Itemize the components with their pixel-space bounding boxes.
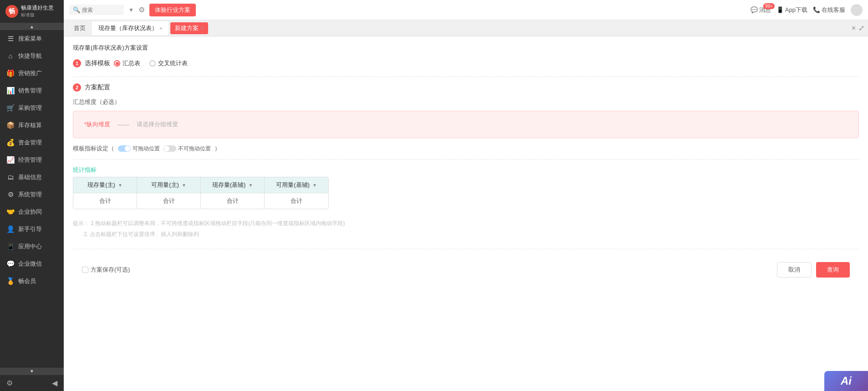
sidebar-logo-badge: 标准版 (21, 12, 54, 18)
dimension-box[interactable]: *纵向维度 —— 请选择分组维度 (73, 111, 859, 138)
divider2 (73, 159, 859, 159)
radio-summary[interactable]: 汇总表 (114, 59, 140, 67)
sidebar-item-label: 应用中心 (18, 242, 42, 251)
step1-badge: 1 (73, 59, 81, 67)
col-header-1[interactable]: 可用量(主) ▼ (137, 177, 201, 193)
sidebar-scroll-up[interactable]: ▲ (0, 23, 64, 30)
search-menu-icon: ☰ (6, 35, 15, 43)
sidebar-item-sales[interactable]: 📊 销售管理 (0, 82, 64, 99)
tab-new-close[interactable]: × (200, 26, 203, 31)
toggle-draggable: 可拖动位置 (118, 145, 160, 153)
radio-summary-circle (114, 60, 120, 67)
toggle-not-draggable-box[interactable] (163, 145, 176, 152)
sidebar-scroll-down[interactable]: ▼ (0, 368, 64, 375)
service-icon: 📞 (813, 6, 820, 13)
topbar-avatar[interactable] (851, 4, 863, 16)
window-close-icon[interactable]: × (852, 24, 856, 32)
sidebar-item-basic-info[interactable]: 🗂 基础信息 (0, 169, 64, 186)
topbar-search-box[interactable]: 🔍 (69, 5, 124, 15)
industry-btn[interactable]: 体验行业方案 (149, 4, 196, 16)
chevron-down-icon-1: ▼ (182, 183, 186, 188)
sidebar-item-marketing[interactable]: 🎁 营销推广 (0, 65, 64, 82)
sidebar-item-search-menu[interactable]: ☰ 搜索菜单 (0, 30, 64, 47)
metrics-label: 模板指标设定（ 可拖动位置 不可拖动位置 ） (73, 144, 859, 153)
tab-inventory[interactable]: 现存量（库存状况表） × (92, 21, 168, 35)
sidebar-item-new-guide[interactable]: 👤 新手引导 (0, 221, 64, 238)
tab-inventory-close[interactable]: × (159, 26, 162, 31)
tips-area: 提示： 1.拖动标题栏可以调整布局，不可跨维度或指标区域拖动栏目字段(只能在同一… (73, 218, 859, 240)
footer-buttons: 取消 查询 (777, 262, 850, 278)
col-body-0: 合计 (73, 193, 137, 209)
query-button[interactable]: 查询 (816, 262, 850, 278)
sidebar-item-label: 资金管理 (18, 139, 42, 147)
dim-dash: —— (117, 121, 129, 128)
col-header-3[interactable]: 可用量(基辅) ▼ (265, 177, 328, 193)
col-body-2: 合计 (201, 193, 265, 209)
topbar: 🔍 ▼ ⚙ 体验行业方案 💬 消息 99+ 📱 App下载 📞 在线客服 (64, 0, 868, 20)
content-area: 现存量(库存状况表)方案设置 1 选择模板 汇总表 交叉统计表 (64, 36, 868, 391)
chevron-down-icon-3: ▼ (312, 183, 317, 188)
col-header-0[interactable]: 现存量(主) ▼ (73, 177, 137, 193)
sidebar-item-operations[interactable]: 📈 经营管理 (0, 151, 64, 169)
ai-badge[interactable]: Ai (824, 371, 868, 391)
tab-new-scheme[interactable]: 新建方案 × (170, 22, 208, 34)
sales-icon: 📊 (6, 87, 15, 95)
chevron-down-icon-2: ▼ (248, 183, 253, 188)
message-badge: 99+ (763, 3, 775, 9)
section2-header: 2 方案配置 (73, 83, 859, 92)
cancel-button[interactable]: 取消 (777, 262, 812, 278)
save-checkbox[interactable] (82, 267, 88, 273)
sidebar-item-system[interactable]: ⚙ 系统管理 (0, 186, 64, 203)
topbar-message[interactable]: 💬 消息 99+ (751, 6, 771, 14)
chevron-down-icon-0: ▼ (118, 183, 123, 188)
dim-label: 汇总维度（必选） (73, 98, 859, 106)
sidebar-item-label: 营销推广 (18, 69, 42, 77)
toggle-draggable-box[interactable] (118, 145, 131, 152)
sidebar-item-label: 采购管理 (18, 104, 42, 112)
step2-badge: 2 (73, 83, 81, 92)
window-expand-icon[interactable]: ⤢ (858, 24, 864, 32)
tab-home[interactable]: 首页 (67, 21, 92, 35)
sidebar-item-label: 库存核算 (18, 121, 42, 129)
page-title: 现存量(库存状况表)方案设置 (73, 44, 859, 52)
sidebar-menu: ☰ 搜索菜单 ⌂ 快捷导航 🎁 营销推广 📊 销售管理 🛒 采购管理 📦 库存核… (0, 30, 64, 368)
sidebar-item-app-center[interactable]: 📱 应用中心 (0, 238, 64, 255)
search-input[interactable] (82, 7, 118, 13)
sidebar-logo-text: 畅康通好生意 (21, 5, 54, 12)
sidebar-item-cooperation[interactable]: 🤝 企业协同 (0, 203, 64, 221)
col-header-2[interactable]: 现存量(基辅) ▼ (201, 177, 265, 193)
sidebar-item-quick-nav[interactable]: ⌂ 快捷导航 (0, 47, 64, 65)
sidebar-bottom: ⚙ ◀ (0, 375, 64, 391)
sidebar-item-member[interactable]: 🏅 畅会员 (0, 273, 64, 290)
sidebar-item-label: 销售管理 (18, 87, 42, 95)
topbar-app-download[interactable]: 📱 App下载 (776, 6, 807, 14)
section-template: 1 选择模板 汇总表 交叉统计表 (73, 59, 859, 67)
message-icon: 💬 (751, 6, 758, 13)
radio-cross[interactable]: 交叉统计表 (149, 59, 188, 67)
new-guide-icon: 👤 (6, 225, 15, 233)
col-body-3: 合计 (265, 193, 328, 209)
tab-window-controls: × ⤢ (852, 24, 864, 32)
sidebar-item-label: 快捷导航 (18, 52, 42, 60)
sidebar-item-label: 企业协同 (18, 208, 42, 216)
sidebar-item-purchase[interactable]: 🛒 采购管理 (0, 99, 64, 117)
stats-header: 现存量(主) ▼ 可用量(主) ▼ 现存量(基辅) ▼ 可用量(基辅) (73, 177, 328, 193)
topbar-gear-icon[interactable]: ⚙ (138, 5, 145, 14)
app-center-icon: 📱 (6, 242, 15, 251)
sidebar-item-label: 畅会员 (18, 277, 36, 285)
settings-icon[interactable]: ⚙ (6, 379, 13, 387)
sidebar-item-wechat[interactable]: 💬 企业微信 (0, 255, 64, 273)
inventory-icon: 📦 (6, 121, 15, 129)
system-icon: ⚙ (6, 190, 15, 199)
sidebar-toggle-icon[interactable]: ◀ (52, 379, 57, 387)
sidebar-item-inventory[interactable]: 📦 库存核算 (0, 117, 64, 134)
save-checkbox-label[interactable]: 方案保存(可选) (82, 266, 130, 274)
topbar-dropdown-icon[interactable]: ▼ (128, 7, 134, 13)
sidebar-item-label: 系统管理 (18, 190, 42, 199)
topbar-service[interactable]: 📞 在线客服 (813, 6, 845, 14)
sidebar-item-finance[interactable]: 💰 资金管理 (0, 134, 64, 151)
topbar-right: 💬 消息 99+ 📱 App下载 📞 在线客服 (751, 4, 863, 16)
toggle-dot2 (164, 146, 169, 151)
dim-placeholder: 请选择分组维度 (137, 120, 178, 129)
marketing-icon: 🎁 (6, 69, 15, 77)
